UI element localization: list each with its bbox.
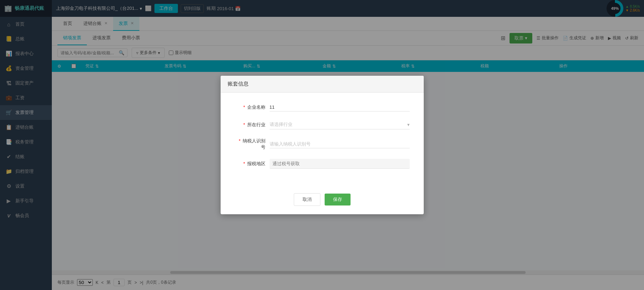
modal-footer: 取消 保存 xyxy=(221,188,424,214)
tax-region-label: * 报税地区 xyxy=(235,161,270,167)
industry-placeholder: 请选择行业 xyxy=(270,121,292,128)
tax-id-label: * 纳税人识别号 xyxy=(235,138,270,150)
industry-dropdown-icon: ▾ xyxy=(407,122,410,127)
tax-id-input[interactable] xyxy=(270,140,410,148)
modal-overlay: 账套信息 * 企业名称 * 所在行业 请选择行业 ▾ xyxy=(0,0,644,290)
modal-title: 账套信息 xyxy=(228,81,249,87)
industry-select[interactable]: 请选择行业 ▾ xyxy=(270,120,410,129)
tax-id-row: * 纳税人识别号 xyxy=(235,138,410,150)
cancel-button[interactable]: 取消 xyxy=(294,193,320,206)
tax-region-row: * 报税地区 xyxy=(235,159,410,169)
modal-body: * 企业名称 * 所在行业 请选择行业 ▾ * xyxy=(221,93,424,188)
company-name-row: * 企业名称 xyxy=(235,103,410,112)
company-name-label: * 企业名称 xyxy=(235,104,270,110)
modal-header: 账套信息 xyxy=(221,76,424,93)
industry-row: * 所在行业 请选择行业 ▾ xyxy=(235,120,410,129)
account-info-modal: 账套信息 * 企业名称 * 所在行业 请选择行业 ▾ xyxy=(221,76,424,214)
tax-region-input xyxy=(270,159,410,169)
industry-label: * 所在行业 xyxy=(235,122,270,128)
company-name-input[interactable] xyxy=(270,103,410,112)
save-button[interactable]: 保存 xyxy=(325,194,351,205)
